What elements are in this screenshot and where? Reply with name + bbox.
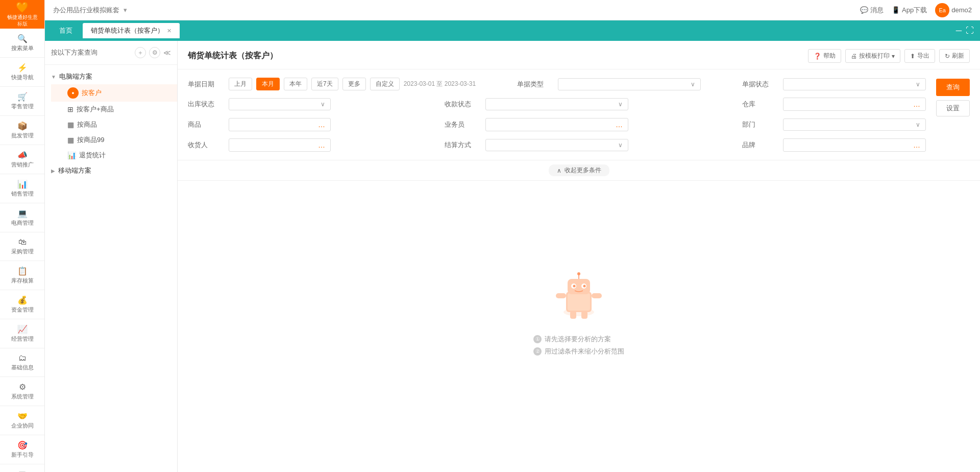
sidebar-item-10[interactable]: 📈经营管理 <box>0 319 45 348</box>
sidebar-icon-5: 📊 <box>17 179 28 189</box>
sidebar-item-4[interactable]: 📣营销推广 <box>0 145 45 174</box>
topbar-left: 办公用品行业模拟账套 ▾ <box>53 6 127 15</box>
print-btn[interactable]: 🖨 按模板打印 ▾ <box>845 49 900 63</box>
sidebar-item-3[interactable]: 📦批发管理 <box>0 116 45 145</box>
sidebar-item-1[interactable]: ⚡快捷导航 <box>0 58 45 87</box>
tab-close-icon[interactable]: ✕ <box>167 28 172 34</box>
collapse-panel-btn[interactable]: ≪ <box>163 49 171 57</box>
tree-item-by-goods99[interactable]: ▦ 按商品99 <box>51 132 177 148</box>
brand-dots-icon[interactable]: … <box>913 141 920 149</box>
settings-scheme-btn[interactable]: ⚙ <box>149 47 160 58</box>
warehouse-label: 仓库 <box>742 100 773 109</box>
tab-minimize-icon[interactable]: ─ <box>956 26 962 35</box>
goods-dots-icon[interactable]: … <box>318 121 325 129</box>
sidebar-label-11: 基础信息 <box>11 364 34 371</box>
sidebar-label-8: 库存核算 <box>11 277 34 285</box>
brand-label: 品牌 <box>742 140 773 150</box>
date-btn-custom[interactable]: 自定义 <box>370 78 400 90</box>
topbar: 办公用品行业模拟账套 ▾ 💬 消息 📱 App下载 Ea demo2 <box>45 0 980 20</box>
settings-btn[interactable]: 设置 <box>936 100 970 116</box>
query-btn[interactable]: 查询 <box>936 79 970 96</box>
sidebar-icon-13: 🤝 <box>17 411 28 421</box>
status-select[interactable]: ∨ <box>783 78 926 90</box>
tree-arrow-desktop: ▼ <box>51 74 56 80</box>
sidebar-item-15[interactable]: ▦应用中心 <box>0 464 45 472</box>
collapse-bar[interactable]: ∧ 收起更多条件 <box>178 160 980 181</box>
user-menu[interactable]: Ea demo2 <box>935 3 972 17</box>
svg-point-9 <box>577 272 580 275</box>
sidebar-item-11[interactable]: 🗂基础信息 <box>0 348 45 377</box>
query-buttons: 查询 设置 <box>936 78 970 116</box>
recipient-dots-icon[interactable]: … <box>318 141 325 149</box>
tab-home[interactable]: 首页 <box>51 23 81 38</box>
tree-item-by-goods[interactable]: ▦ 按商品 <box>51 117 177 132</box>
tree-group-mobile-label: 移动端方案 <box>58 166 91 175</box>
settlement-select[interactable]: ∨ <box>485 139 628 151</box>
sidebar-label-12: 系统管理 <box>11 393 34 400</box>
brand-input[interactable]: … <box>783 138 926 152</box>
tree-item-icon-3: ▦ <box>67 136 74 144</box>
export-btn[interactable]: ⬆ 导出 <box>904 49 935 63</box>
sidebar-item-5[interactable]: 📊销售管理 <box>0 174 45 203</box>
message-btn[interactable]: 💬 消息 <box>860 6 884 15</box>
sidebar-item-0[interactable]: 🔍搜索菜单 <box>0 29 45 58</box>
sidebar-logo[interactable]: 🧡 畅捷通好生意 标版 <box>0 0 45 29</box>
recipient-input[interactable]: … <box>229 138 331 152</box>
settlement-label: 结算方式 <box>445 140 475 150</box>
collapse-icon: ∧ <box>557 167 561 174</box>
sidebar-item-12[interactable]: ⚙系统管理 <box>0 377 45 406</box>
type-select[interactable]: ∨ <box>558 78 701 90</box>
sidebar-item-8[interactable]: 📋库存核算 <box>0 261 45 290</box>
tree-subgroup-desktop: ● 按客户 ⊞ 按客户+商品 ▦ 按商品 ▦ <box>45 84 177 163</box>
sidebar-item-9[interactable]: 💰资金管理 <box>0 290 45 319</box>
sidebar-item-2[interactable]: 🛒零售管理 <box>0 87 45 116</box>
app-download-btn[interactable]: 📱 App下载 <box>892 6 927 15</box>
scheme-tree: ▼ 电脑端方案 ● 按客户 ⊞ 按客户+商品 <box>45 65 177 182</box>
goods-input[interactable]: … <box>229 118 331 131</box>
collection-chevron-icon: ∨ <box>618 101 623 108</box>
tab-maximize-icon[interactable]: ⛶ <box>966 26 974 35</box>
sidebar-label-3: 批发管理 <box>11 132 34 139</box>
sidebar-item-7[interactable]: 🛍采购管理 <box>0 232 45 261</box>
main-area: 办公用品行业模拟账套 ▾ 💬 消息 📱 App下载 Ea demo2 首页 销货… <box>45 0 980 472</box>
dept-select[interactable]: ∨ <box>783 119 926 131</box>
warehouse-dots-icon[interactable]: … <box>913 100 920 108</box>
message-icon: 💬 <box>860 6 868 14</box>
export-icon: ⬆ <box>910 53 915 60</box>
salesman-dots-icon[interactable]: … <box>616 121 623 129</box>
left-panel-actions: ＋ ⚙ ≪ <box>135 47 171 58</box>
tree-item-by-customer[interactable]: ● 按客户 <box>51 84 177 102</box>
sidebar: 🧡 畅捷通好生意 标版 🔍搜索菜单⚡快捷导航🛒零售管理📦批发管理📣营销推广📊销售… <box>0 0 45 472</box>
left-panel: 按以下方案查询 ＋ ⚙ ≪ ▼ 电脑端方案 <box>45 41 178 472</box>
tab-sales-stats[interactable]: 销货单统计表（按客户） ✕ <box>83 23 180 38</box>
tree-group-desktop-header[interactable]: ▼ 电脑端方案 <box>45 69 177 84</box>
date-btn-last-month[interactable]: 上月 <box>229 78 252 90</box>
sidebar-item-14[interactable]: 🎯新手引导 <box>0 435 45 464</box>
date-btn-more[interactable]: 更多 <box>342 78 366 90</box>
svg-rect-12 <box>570 311 576 319</box>
print-dropdown-icon: ▾ <box>892 53 895 60</box>
help-btn[interactable]: ❓ 帮助 <box>808 49 841 63</box>
date-btn-this-year[interactable]: 本年 <box>284 78 307 90</box>
sidebar-item-6[interactable]: 💻电商管理 <box>0 203 45 232</box>
tab-sales-stats-label: 销货单统计表（按客户） <box>91 26 164 35</box>
empty-illustration <box>548 264 609 326</box>
salesman-input[interactable]: … <box>485 118 628 131</box>
tree-group-mobile-header[interactable]: ▶ 移动端方案 <box>45 163 177 178</box>
warehouse-input[interactable]: … <box>783 98 926 111</box>
out-status-select[interactable]: ∨ <box>229 98 331 110</box>
industry-dropdown-icon[interactable]: ▾ <box>124 6 127 14</box>
sidebar-icon-7: 🛍 <box>18 238 27 247</box>
empty-state: ① 请先选择要分析的方案 ② 用过滤条件来缩小分析范围 <box>178 181 980 472</box>
collection-select[interactable]: ∨ <box>485 98 628 110</box>
date-btn-this-month[interactable]: 本月 <box>256 78 280 90</box>
date-label: 单据日期 <box>188 80 218 89</box>
refresh-btn[interactable]: ↻ 刷新 <box>939 49 970 63</box>
sidebar-label-6: 电商管理 <box>11 219 34 227</box>
add-scheme-btn[interactable]: ＋ <box>135 47 146 58</box>
sidebar-item-13[interactable]: 🤝企业协同 <box>0 406 45 435</box>
tree-item-by-customer-goods[interactable]: ⊞ 按客户+商品 <box>51 102 177 117</box>
sidebar-label-1: 快捷导航 <box>11 74 34 81</box>
date-btn-7days[interactable]: 近7天 <box>311 78 338 90</box>
tree-item-return-stats[interactable]: 📊 退货统计 <box>51 148 177 163</box>
